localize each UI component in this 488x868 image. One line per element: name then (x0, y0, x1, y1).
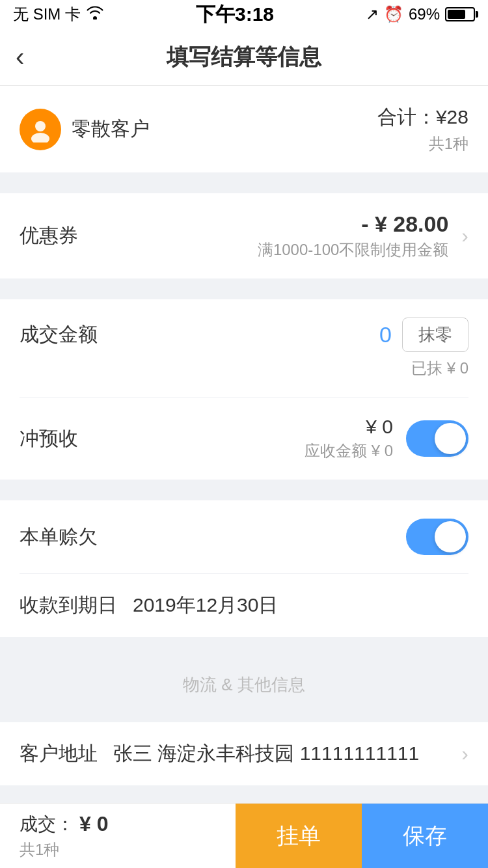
transaction-value[interactable]: 0 (366, 322, 392, 347)
back-button[interactable]: ‹ (16, 42, 24, 72)
status-left: 无 SIM 卡 (13, 4, 104, 25)
debt-toggle-knob (435, 521, 466, 552)
bottom-count: 共1种 (20, 839, 216, 860)
deal-label: 成交： (20, 812, 74, 837)
coupon-row[interactable]: 优惠券 - ¥ 28.00 满1000-100不限制使用金额 › (0, 193, 488, 278)
bottom-bar: 成交： ¥ 0 共1种 挂单 保存 (0, 803, 488, 868)
round-zero-button[interactable]: 抹零 (402, 318, 468, 352)
location-icon: ↗ (366, 5, 379, 23)
deal-amount: ¥ 0 (79, 812, 108, 836)
prereceive-values: ¥ 0 应收金额 ¥ 0 (305, 416, 393, 461)
total-amount: 合计：¥28 (377, 104, 468, 131)
amount-row: 0 抹零 (366, 318, 468, 352)
wifi-icon (86, 5, 104, 23)
coupon-discount: - ¥ 28.00 (258, 211, 448, 237)
customer-right: 合计：¥28 共1种 (377, 104, 468, 154)
duedate-value: 2019年12月30日 (133, 592, 278, 619)
coupon-section[interactable]: 优惠券 - ¥ 28.00 满1000-100不限制使用金额 › (0, 193, 488, 278)
prereceive-row: 冲预收 ¥ 0 应收金额 ¥ 0 (0, 398, 488, 480)
page-title: 填写结算等信息 (167, 42, 321, 72)
main-content: 零散客户 合计：¥28 共1种 优惠券 - ¥ 28.00 满1000-100不… (0, 86, 488, 868)
debt-row: 本单赊欠 (0, 500, 488, 573)
status-right: ↗ ⏰ 69% (366, 5, 475, 23)
toggle-knob (435, 423, 466, 454)
transaction-top: 成交金额 0 抹零 (0, 299, 488, 357)
customer-left: 零散客户 (20, 109, 150, 150)
avatar (20, 109, 61, 150)
battery-percent: 69% (409, 5, 440, 23)
debt-label: 本单赊欠 (20, 524, 98, 550)
alarm-icon: ⏰ (384, 5, 403, 23)
logistics-header: 物流 & 其他信息 (0, 658, 488, 712)
sim-text: 无 SIM 卡 (13, 4, 81, 25)
status-time: 下午3:18 (196, 1, 274, 28)
coupon-description: 满1000-100不限制使用金额 (258, 239, 448, 260)
prereceive-amount: ¥ 0 (305, 416, 393, 438)
coupon-detail: - ¥ 28.00 满1000-100不限制使用金额 (258, 211, 448, 260)
bottom-summary: 成交： ¥ 0 共1种 (0, 812, 236, 860)
customer-section: 零散客户 合计：¥28 共1种 (0, 86, 488, 172)
bottom-deal-row: 成交： ¥ 0 (20, 812, 216, 837)
svg-point-0 (35, 121, 46, 131)
already-deducted: 已抹 ¥ 0 (411, 359, 468, 377)
divider-5 (0, 712, 488, 722)
chevron-right-icon: › (461, 224, 468, 248)
logistics-title: 物流 & 其他信息 (183, 675, 305, 694)
status-bar: 无 SIM 卡 下午3:18 ↗ ⏰ 69% (0, 0, 488, 29)
address-section[interactable]: 客户地址 张三 海淀永丰科技园 11111111111 › (0, 722, 488, 785)
debt-toggle[interactable] (406, 519, 468, 555)
prereceive-right: ¥ 0 应收金额 ¥ 0 (305, 416, 468, 461)
divider-1 (0, 183, 488, 193)
svg-point-1 (31, 133, 49, 142)
save-label: 保存 (403, 821, 447, 851)
coupon-label: 优惠券 (20, 223, 78, 249)
save-button[interactable]: 保存 (362, 804, 488, 869)
prereceive-toggle[interactable] (406, 420, 468, 457)
duedate-label: 收款到期日 (20, 592, 117, 619)
duedate-row: 收款到期日 2019年12月30日 (0, 574, 488, 637)
transaction-section: 成交金额 0 抹零 已抹 ¥ 0 (0, 299, 488, 397)
customer-name: 零散客户 (72, 116, 150, 142)
customer-row: 零散客户 合计：¥28 共1种 (0, 86, 488, 172)
prereceive-receivable: 应收金额 ¥ 0 (305, 441, 393, 461)
hang-single-button[interactable]: 挂单 (236, 804, 362, 869)
transaction-label: 成交金额 (20, 321, 98, 348)
transaction-bottom: 已抹 ¥ 0 (0, 357, 488, 397)
nav-bar: ‹ 填写结算等信息 (0, 29, 488, 86)
divider-2 (0, 289, 488, 299)
divider-3 (0, 490, 488, 500)
debt-section: 本单赊欠 收款到期日 2019年12月30日 (0, 500, 488, 637)
address-value: 张三 海淀永丰科技园 11111111111 (113, 740, 456, 767)
coupon-right-area: - ¥ 28.00 满1000-100不限制使用金额 › (78, 211, 468, 260)
address-label: 客户地址 (20, 740, 98, 767)
address-row[interactable]: 客户地址 张三 海淀永丰科技园 11111111111 › (0, 722, 488, 785)
battery-icon (445, 7, 475, 21)
prereceive-label: 冲预收 (20, 426, 78, 452)
prereceive-section: 冲预收 ¥ 0 应收金额 ¥ 0 (0, 397, 488, 480)
total-count: 共1种 (377, 133, 468, 154)
address-chevron-icon: › (461, 742, 468, 766)
divider-4 (0, 647, 488, 658)
hang-single-label: 挂单 (277, 821, 321, 851)
